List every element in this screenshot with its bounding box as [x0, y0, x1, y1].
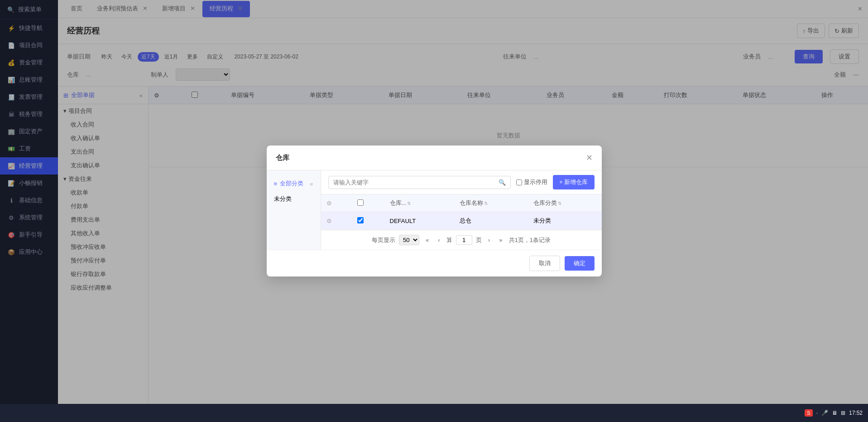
category-icon: ≡ [274, 180, 278, 187]
dialog-body: ≡ 全部分类 « 未分类 🔍 显示停用 [267, 170, 602, 250]
dialog-header: 仓库 ✕ [267, 146, 602, 170]
dialog-last-btn[interactable]: » [496, 236, 505, 244]
dialog-select-all[interactable] [357, 199, 364, 206]
dialog-col-settings: ⚙ [321, 194, 352, 212]
dialog-overlay: 仓库 ✕ ≡ 全部分类 « 未分类 [0, 0, 868, 422]
dialog-left: ≡ 全部分类 « 未分类 [267, 170, 321, 250]
dialog-pagination: 每页显示 50 « ‹ 算 页 › » 共1页，1条记录 [321, 230, 602, 250]
tray-dot-icon: · [816, 410, 818, 416]
dialog-search-box[interactable]: 🔍 [328, 176, 511, 189]
dialog-prev-btn[interactable]: ‹ [435, 236, 442, 244]
tray-s-icon: S [805, 409, 812, 417]
system-tray: S · 🎤 🖥 ⊞ 17:52 [805, 409, 863, 417]
dialog-table-wrap: ⚙ 仓库...⇅ 仓库名称⇅ 仓库分类⇅ [321, 194, 602, 230]
table-row[interactable]: ⚙ DEFAULT 总仓 未分类 [321, 212, 602, 230]
dialog-col-category: 仓库分类⇅ [528, 194, 602, 212]
dialog-left-toggle[interactable]: « [310, 180, 313, 187]
taskbar: S · 🎤 🖥 ⊞ 17:52 [0, 404, 868, 422]
dialog-search-input[interactable] [333, 179, 499, 186]
dialog-col-code: 仓库...⇅ [384, 194, 454, 212]
show-disabled-label[interactable]: 显示停用 [516, 178, 547, 186]
dialog-page-input[interactable] [456, 235, 472, 245]
dialog-page-suffix: 页 [476, 236, 482, 244]
row-gear-icon[interactable]: ⚙ [326, 218, 332, 224]
sort-icon-name: ⇅ [484, 201, 488, 206]
dialog-category-all[interactable]: ≡ 全部分类 « [267, 176, 321, 191]
dialog-next-btn[interactable]: › [485, 236, 493, 244]
dialog-per-page-label: 每页显示 [372, 236, 395, 244]
add-warehouse-button[interactable]: + 新增仓库 [553, 175, 594, 189]
dialog-toolbar: 🔍 显示停用 + 新增仓库 [321, 170, 602, 194]
dialog-table: ⚙ 仓库...⇅ 仓库名称⇅ 仓库分类⇅ [321, 194, 602, 230]
row-select-checkbox[interactable] [357, 217, 364, 223]
category-all-label: 全部分类 [280, 179, 303, 188]
gear-icon[interactable]: ⚙ [326, 200, 332, 207]
dialog-category-uncategorized[interactable]: 未分类 [267, 191, 321, 207]
dialog-title: 仓库 [276, 154, 289, 162]
search-icon: 🔍 [499, 179, 506, 186]
tray-mic-icon: 🎤 [821, 410, 828, 416]
dialog-bottom: 每页显示 50 « ‹ 算 页 › » 共1页，1条记录 [321, 230, 602, 250]
dialog-close-button[interactable]: ✕ [586, 153, 593, 163]
dialog-right: 🔍 显示停用 + 新增仓库 ⚙ [321, 170, 602, 250]
uncategorized-label: 未分类 [274, 195, 292, 203]
dialog-col-name: 仓库名称⇅ [454, 194, 528, 212]
row-code: DEFAULT [384, 212, 454, 230]
cancel-button[interactable]: 取消 [529, 256, 560, 271]
tray-screen-icon: 🖥 [832, 410, 837, 416]
taskbar-time: 17:52 [849, 410, 863, 416]
row-category: 未分类 [528, 212, 602, 230]
row-name: 总仓 [454, 212, 528, 230]
sort-icon-code: ⇅ [407, 201, 411, 206]
dialog-footer: 取消 确定 [267, 250, 602, 276]
show-disabled-text: 显示停用 [524, 178, 547, 186]
dialog-page-label: 算 [446, 236, 452, 244]
warehouse-dialog: 仓库 ✕ ≡ 全部分类 « 未分类 [267, 146, 602, 276]
confirm-button[interactable]: 确定 [565, 256, 595, 271]
tray-extra-icon: ⊞ [841, 410, 845, 416]
dialog-per-page-select[interactable]: 50 [399, 235, 419, 245]
dialog-col-checkbox [352, 194, 384, 212]
dialog-total-info: 共1页，1条记录 [509, 236, 551, 244]
row-checkbox [352, 212, 384, 230]
row-settings: ⚙ [321, 212, 352, 230]
show-disabled-checkbox[interactable] [516, 179, 522, 185]
sort-icon-category: ⇅ [558, 201, 561, 206]
dialog-first-btn[interactable]: « [423, 236, 432, 244]
